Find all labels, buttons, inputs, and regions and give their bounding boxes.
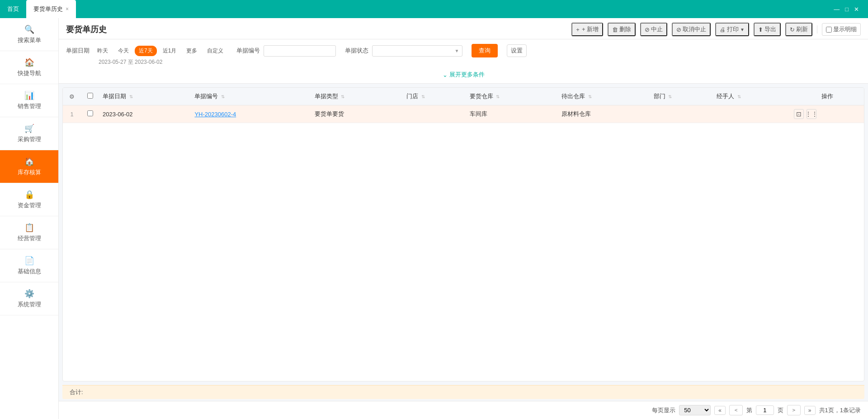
content-area: 要货单历史 + + 新增 🗑 删除 ⊘ 中止 ⊘ 取消中止: [59, 18, 868, 419]
first-page-btn[interactable]: «: [714, 406, 726, 415]
row-store-cell: [403, 105, 466, 123]
sidebar-item-purchase-mgmt[interactable]: 🛒 采购管理: [0, 117, 58, 150]
inventory-calc-icon: 🏠: [24, 157, 34, 167]
row-date-cell: 2023-06-02: [99, 105, 191, 123]
sidebar-item-label: 系统管理: [18, 300, 41, 309]
th-department[interactable]: 部门 ⇅: [650, 88, 713, 105]
row-handler-cell: [713, 105, 790, 123]
view-op-btn[interactable]: ⊡: [794, 109, 804, 119]
system-mgmt-icon: ⚙️: [24, 289, 34, 299]
footer-total-bar: 合计:: [62, 385, 864, 399]
next-page-btn[interactable]: ＞: [787, 405, 801, 415]
date-btn-yesterday[interactable]: 昨天: [93, 46, 112, 56]
date-btn-more[interactable]: 更多: [182, 46, 201, 56]
page-suffix: 页: [778, 406, 783, 414]
th-bill-type[interactable]: 单据类型 ⇅: [311, 88, 403, 105]
date-btn-custom[interactable]: 自定义: [203, 46, 227, 56]
th-date-label: 单据日期: [103, 93, 126, 100]
print-label: 打印: [727, 25, 739, 33]
th-settings[interactable]: ⚙: [63, 88, 81, 105]
row-bill-no-cell[interactable]: YH-20230602-4: [191, 105, 311, 123]
bill-no-input[interactable]: [264, 45, 336, 57]
select-all-checkbox[interactable]: [87, 93, 93, 99]
add-label: + 新增: [582, 25, 599, 33]
sidebar-item-finance-mgmt[interactable]: 🔒 资金管理: [0, 183, 58, 216]
last-page-btn[interactable]: »: [804, 406, 816, 415]
page-size-select[interactable]: 10 20 50 100: [679, 405, 711, 415]
tab-requisition-history[interactable]: 要货单历史 ×: [26, 0, 76, 18]
delete-button[interactable]: 🗑 删除: [608, 23, 636, 36]
header-actions: + + 新增 🗑 删除 ⊘ 中止 ⊘ 取消中止 🖨 打印: [571, 23, 861, 36]
suspend-icon: ⊘: [645, 26, 650, 33]
status-label: 单据状态: [345, 47, 368, 55]
status-select[interactable]: [372, 45, 462, 57]
sidebar-item-system-mgmt[interactable]: ⚙️ 系统管理: [0, 282, 58, 315]
expand-button[interactable]: ⌄ 展开更多条件: [443, 71, 485, 79]
sidebar-item-basic-info[interactable]: 📄 基础信息: [0, 249, 58, 282]
cancel-suspend-button[interactable]: ⊘ 取消中止: [672, 23, 711, 36]
bill-no-label: 单据编号: [236, 47, 260, 55]
th-bill-no-sort-icon: ⇅: [221, 94, 225, 99]
cancel-suspend-icon: ⊘: [676, 26, 681, 33]
add-button[interactable]: + + 新增: [571, 23, 603, 36]
date-btn-1month[interactable]: 近1月: [159, 46, 181, 56]
table-body: 1 2023-06-02 YH-20230602-4 要货单要货 车间库 原材料…: [63, 105, 864, 123]
row-num-cell: 1: [63, 105, 81, 123]
row-checkbox[interactable]: [87, 110, 93, 116]
tab-home[interactable]: 首页: [0, 0, 26, 18]
minimize-btn[interactable]: —: [834, 6, 840, 13]
export-label: 导出: [764, 25, 776, 33]
th-bill-no[interactable]: 单据编号 ⇅: [191, 88, 311, 105]
sidebar-item-operations-mgmt[interactable]: 📋 经营管理: [0, 216, 58, 249]
table-row[interactable]: 1 2023-06-02 YH-20230602-4 要货单要货 车间库 原材料…: [63, 105, 864, 123]
more-op-btn[interactable]: ⋮⋮: [807, 109, 816, 119]
export-icon: ⬆: [758, 26, 763, 33]
th-handler-label: 经手人: [717, 93, 734, 100]
status-select-wrapper: [372, 45, 462, 57]
suspend-label: 中止: [651, 25, 663, 33]
operations-mgmt-icon: 📋: [24, 223, 34, 233]
print-button[interactable]: 🖨 打印 ▼: [715, 23, 749, 36]
date-filter-btns: 昨天 今天 近7天 近1月 更多 自定义: [93, 46, 227, 56]
basic-info-icon: 📄: [24, 256, 34, 266]
suspend-button[interactable]: ⊘ 中止: [640, 23, 667, 36]
ops-container: ⊡ ⋮⋮: [794, 109, 860, 119]
search-menu-icon: 🔍: [24, 24, 34, 34]
settings-button[interactable]: 设置: [507, 44, 527, 57]
th-handler[interactable]: 经手人 ⇅: [713, 88, 790, 105]
bill-no-filter-group: 单据编号: [236, 45, 336, 57]
maximize-btn[interactable]: □: [845, 6, 849, 13]
display-detail-button[interactable]: 显示明细: [822, 23, 861, 36]
th-pending-warehouse-label: 待出仓库: [561, 93, 585, 100]
add-icon: +: [576, 26, 580, 33]
sidebar-item-quick-nav[interactable]: 🏠 快捷导航: [0, 51, 58, 84]
th-req-warehouse[interactable]: 要货仓库 ⇅: [466, 88, 558, 105]
expand-icon: ⌄: [443, 71, 448, 78]
page-title: 要货单历史: [66, 24, 107, 35]
tab-close-icon[interactable]: ×: [66, 6, 69, 12]
export-button[interactable]: ⬆ 导出: [754, 23, 781, 36]
sales-mgmt-icon: 📊: [24, 90, 34, 100]
table-area: ⚙ 单据日期 ⇅ 单据编号 ⇅ 单据类型 ⇅: [62, 87, 864, 381]
sidebar-item-search-menu[interactable]: 🔍 搜索菜单: [0, 18, 58, 51]
sidebar-item-label: 基础信息: [18, 267, 41, 276]
close-btn[interactable]: ✕: [854, 6, 859, 13]
th-pending-warehouse[interactable]: 待出仓库 ⇅: [558, 88, 650, 105]
th-store[interactable]: 门店 ⇅: [403, 88, 466, 105]
row-checkbox-cell[interactable]: [81, 105, 99, 123]
refresh-button[interactable]: ↻ 刷新: [785, 23, 812, 36]
sidebar-item-inventory-calc[interactable]: 🏠 库存核算: [0, 150, 58, 183]
date-btn-today[interactable]: 今天: [114, 46, 133, 56]
sidebar-item-sales-mgmt[interactable]: 📊 销售管理: [0, 84, 58, 117]
prev-page-btn[interactable]: ＜: [729, 405, 743, 415]
row-ops-cell: ⊡ ⋮⋮: [790, 105, 864, 123]
date-btn-7days[interactable]: 近7天: [135, 46, 157, 56]
query-button[interactable]: 查询: [472, 44, 498, 57]
th-checkbox[interactable]: [81, 88, 99, 105]
page-number-input[interactable]: [756, 405, 774, 415]
display-detail-checkbox[interactable]: [826, 27, 832, 33]
th-bill-type-sort-icon: ⇅: [341, 94, 344, 99]
date-filter-group: 单据日期 昨天 今天 近7天 近1月 更多 自定义: [66, 46, 227, 56]
th-date[interactable]: 单据日期 ⇅: [99, 88, 191, 105]
query-label: 查询: [479, 47, 491, 55]
